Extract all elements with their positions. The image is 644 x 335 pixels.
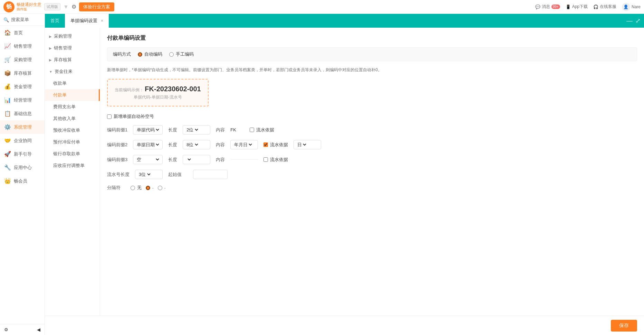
serial1-checkbox[interactable]: 流水依据 [250, 127, 274, 133]
sidebar-search[interactable]: 🔍 搜索菜单 [0, 14, 45, 26]
code-preview-sub: 单据代码-单据日期-流水号 [115, 94, 201, 100]
separator-none[interactable]: 无 [131, 185, 142, 191]
save-button[interactable]: 保存 [611, 320, 637, 332]
sidebar-item-newbie[interactable]: 🚀 新手引导 [0, 147, 45, 161]
length3-select[interactable] [183, 155, 210, 164]
prefix2-select[interactable]: 单据日期 业务员 部门 [133, 140, 163, 149]
dropdown-arrow[interactable]: ▼ [63, 4, 69, 10]
content3-value [230, 159, 258, 160]
separator-dot1[interactable]: · [146, 185, 154, 190]
length3-label: 长度 [168, 157, 177, 163]
length2-select[interactable]: 8位 4位 6位 [183, 140, 210, 149]
tab-expand-icon[interactable]: ⤢ [635, 17, 641, 25]
sidebar-item-basic[interactable]: 📋 基础信息 [0, 107, 45, 120]
inventory-icon: 📦 [4, 70, 11, 76]
finance-icon: 💰 [4, 83, 11, 90]
trial-badge: 试用版 [44, 3, 60, 10]
header-left: 畅 畅捷通好生意 插件版 试用版 ▼ ⚙ 体验行业方案 [3, 1, 114, 12]
sub-menu-item-payment[interactable]: 付款单 [45, 89, 100, 101]
app-download-item[interactable]: 📱 App下载 [566, 4, 588, 10]
info-text: 新增单据时，*单据编码*自动生成，不可编辑。前缀设置为部门、业务员等档案类，开单… [107, 67, 637, 73]
sub-menu-item-advance-clear[interactable]: 预付冲应付单 [45, 136, 100, 148]
message-item[interactable]: 💬 消息 99+ [535, 4, 560, 10]
service-icon: 🎧 [593, 4, 598, 9]
sub-menu-inventory: ▶ 库存核算 [45, 54, 100, 66]
sub-menu-item-expense[interactable]: 费用支出单 [45, 101, 100, 113]
sidebar-item-operation[interactable]: 📊 经营管理 [0, 93, 45, 107]
field-row-1: 编码前缀1 单据代码 业务员 部门 长度 2位 4位 6位 [107, 125, 637, 134]
logo-icon: 畅 [3, 1, 15, 12]
code-preview-value: FK-20230602-001 [145, 85, 201, 93]
message-badge: 99+ [551, 4, 560, 9]
sidebar-item-inventory[interactable]: 📦 库存核算 [0, 66, 45, 80]
content2-select[interactable]: 年月日 年月 年 [230, 140, 258, 149]
try-button[interactable]: 体验行业方案 [79, 2, 114, 11]
main-layout: 🔍 搜索菜单 🏠 首页 📈 销售管理 🛒 采购管理 📦 库存核算 💰 资金管理 … [0, 14, 644, 335]
sub-menu-header-sales[interactable]: ▶ 销售管理 [45, 42, 100, 54]
tabs-bar: 首页 单据编码设置 × — ⤢ [45, 14, 644, 28]
code-preview-box: 当前编码示例： FK-20230602-001 单据代码-单据日期-流水号 [107, 79, 209, 106]
auto-fill-checkbox[interactable]: 新增单据自动补空号 [107, 113, 154, 120]
sub-menu-item-bank[interactable]: 银行存取款单 [45, 148, 100, 160]
sidebar-item-home[interactable]: 🏠 首页 [0, 26, 45, 39]
sub-menu-item-other-income[interactable]: 其他收入单 [45, 113, 100, 124]
tab-current[interactable]: 单据编码设置 × [65, 14, 109, 28]
start-value-input[interactable]: 1 [193, 170, 228, 179]
tab-expand-area: — ⤢ [626, 17, 644, 25]
separator-label: 分隔符 [107, 185, 126, 191]
length1-select[interactable]: 2位 4位 6位 [183, 125, 210, 134]
prefix3-label: 编码前缀3 [107, 157, 127, 163]
member-icon: 👑 [4, 178, 11, 184]
prefix3-select[interactable]: 空 单据代码 业务员 [133, 155, 163, 164]
online-service-item[interactable]: 🎧 在线客服 [593, 4, 616, 10]
tab-close-btn[interactable]: × [101, 18, 103, 23]
sidebar-item-enterprise[interactable]: 🤝 企业协同 [0, 134, 45, 147]
sidebar-item-purchase[interactable]: 🛒 采购管理 [0, 53, 45, 66]
content3-label: 内容 [216, 157, 225, 163]
field-row-2: 编码前缀2 单据日期 业务员 部门 长度 8位 4位 6位 [107, 140, 637, 149]
search-icon: 🔍 [3, 17, 9, 22]
sidebar-item-sales[interactable]: 📈 销售管理 [0, 39, 45, 53]
sidebar-item-apps[interactable]: 🔧 应用中心 [0, 161, 45, 174]
auto-encode-radio[interactable]: 自动编码 [138, 51, 162, 57]
serial-length-select[interactable]: 3位 4位 5位 [135, 170, 163, 179]
sub-menu-header-capital[interactable]: ▼ 资金往来 [45, 66, 100, 77]
tab-minimize-icon[interactable]: — [626, 17, 633, 25]
operation-icon: 📊 [4, 97, 11, 103]
sub-menu-sales: ▶ 销售管理 [45, 42, 100, 54]
message-icon: 💬 [535, 4, 540, 9]
auto-fill-row: 新增单据自动补空号 [107, 113, 637, 120]
page-title: 付款单编码设置 [107, 35, 637, 42]
sales-arrow: ▶ [49, 46, 52, 50]
home-icon: 🏠 [4, 29, 11, 36]
sub-menu-item-adjust[interactable]: 应收应付调整单 [45, 160, 100, 171]
user-area[interactable]: 👤 Nare [622, 3, 641, 11]
capital-arrow: ▼ [49, 70, 52, 74]
manual-encode-radio[interactable]: 手工编码 [169, 51, 194, 57]
serial3-checkbox[interactable]: 流水依据 [263, 157, 288, 163]
sidebar-collapse-icon[interactable]: ◀ [37, 327, 40, 332]
sub-menu-header-inventory[interactable]: ▶ 库存核算 [45, 54, 100, 66]
tab-home[interactable]: 首页 [45, 14, 65, 28]
sub-menu-item-receipt[interactable]: 收款单 [45, 77, 100, 89]
separator-dot2[interactable]: · [158, 185, 166, 190]
sidebar-settings-icon[interactable]: ⚙ [4, 327, 8, 332]
sidebar-item-member[interactable]: 👑 畅会员 [0, 174, 45, 188]
sub-menu-capital: ▼ 资金往来 收款单 付款单 费用支出单 其他收入单 [45, 66, 100, 171]
inventory-arrow: ▶ [49, 58, 52, 62]
sub-menu-header-purchase[interactable]: ▶ 采购管理 [45, 30, 100, 42]
serial2-unit-select[interactable]: 日 月 年 [294, 140, 321, 149]
separator-row: 分隔符 无 · · [107, 185, 637, 191]
prefix1-select[interactable]: 单据代码 业务员 部门 [133, 125, 163, 134]
field-row-3: 编码前缀3 空 单据代码 业务员 长度 内容 [107, 155, 637, 164]
serial2-checkbox[interactable]: 流水依据 [263, 142, 288, 148]
sub-menu-item-prepay-clear[interactable]: 预收冲应收单 [45, 124, 100, 136]
phone-icon: 📱 [566, 4, 571, 9]
settings-icon[interactable]: ⚙ [71, 3, 76, 10]
sales-icon: 📈 [4, 43, 11, 49]
sidebar-item-system[interactable]: ⚙️ 系统管理 [0, 120, 45, 134]
length2-label: 长度 [168, 142, 177, 148]
sidebar-item-finance[interactable]: 💰 资金管理 [0, 80, 45, 93]
serial-length-row: 流水号长度 3位 4位 5位 起始值 1 [107, 170, 637, 179]
sidebar-bottom: ⚙ ◀ [0, 324, 45, 335]
